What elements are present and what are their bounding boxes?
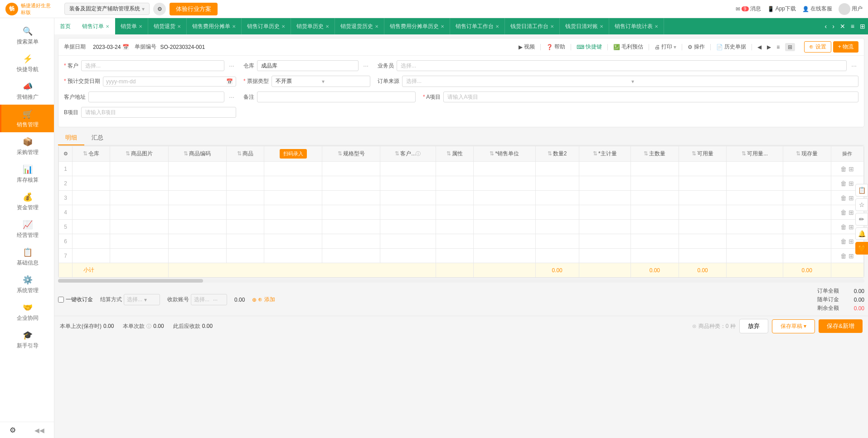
toolbar-print[interactable]: 🖨 打印 ▾ (655, 43, 676, 51)
row-copy-icon[interactable]: ⊞ (849, 209, 854, 216)
tab-close-icon[interactable]: ✕ (655, 24, 658, 29)
row-delete-icon[interactable]: 🗑 (840, 194, 847, 202)
row-delete-icon[interactable]: 🗑 (840, 209, 847, 216)
row-delete-icon[interactable]: 🗑 (840, 180, 847, 187)
discard-button[interactable]: 放弃 (739, 319, 768, 333)
tab-return[interactable]: 销货退货 ✕ (148, 18, 187, 34)
sidebar-item-marketing[interactable]: 📣 营销推广 (0, 77, 54, 105)
tab-close-icon[interactable]: ✕ (375, 24, 378, 29)
salesperson-dots[interactable]: ··· (849, 62, 858, 69)
tab-close-icon[interactable]: ✕ (600, 24, 603, 29)
a-project-input[interactable] (443, 91, 858, 102)
tab-order-history[interactable]: 销售订单历史 ✕ (242, 18, 291, 34)
b-project-input[interactable] (81, 107, 236, 118)
tab-menu-btn[interactable]: ≡ (848, 18, 857, 34)
debit-info-icon[interactable]: ⓘ (146, 323, 151, 330)
toolbar-help[interactable]: ❓ 帮助 (546, 43, 565, 51)
sidebar-item-newbie[interactable]: 🎓 新手引导 (0, 326, 54, 353)
salesperson-input[interactable] (397, 60, 847, 71)
delivery-date-text[interactable] (106, 78, 224, 85)
row-copy-icon[interactable]: ⊞ (849, 238, 854, 245)
row-delete-icon[interactable]: 🗑 (840, 223, 847, 231)
tab-prev-btn[interactable]: ‹ (822, 18, 829, 34)
tab-home[interactable]: 首页 (54, 18, 77, 34)
customer-input[interactable] (81, 60, 224, 71)
toolbar-profit[interactable]: 💹 毛利预估 (613, 43, 643, 51)
tab-sales-order[interactable]: 销售订单 ✕ (77, 18, 115, 34)
sidebar-item-operations[interactable]: 📈 经营管理 (0, 215, 54, 243)
delivery-date-input[interactable]: 📅 (103, 77, 236, 87)
toolbar-history[interactable]: 📄 历史单据 (716, 43, 746, 51)
app-download-btn[interactable]: 📱 App下载 (767, 5, 796, 13)
row-copy-icon[interactable]: ⊞ (849, 252, 854, 260)
calendar-icon[interactable]: 📅 (122, 44, 129, 50)
account-select[interactable]: 选择... ··· (191, 294, 227, 305)
tab-return-history[interactable]: 销货退货历史 ✕ (335, 18, 384, 34)
th-settings[interactable]: ⚙ (59, 146, 73, 162)
tab-close-icon[interactable]: ✕ (177, 24, 181, 29)
tab-close-icon[interactable]: ✕ (232, 24, 236, 29)
sidebar-item-sales[interactable]: 🛒 销售管理 (0, 105, 54, 132)
tab-close-icon[interactable]: ✕ (325, 24, 329, 29)
row-delete-icon[interactable]: 🗑 (840, 165, 847, 173)
rp-edit-btn[interactable]: ✏ (855, 213, 868, 226)
tab-expense-history[interactable]: 销售费用分摊单历史 ✕ (384, 18, 450, 34)
order-source-select[interactable]: 选择... ▾ (402, 76, 858, 87)
customer-dots[interactable]: ··· (227, 62, 236, 69)
table-scrollbar[interactable] (58, 279, 864, 283)
rp-bell-btn[interactable]: 🔔 (855, 227, 868, 240)
rp-orange-btn[interactable]: 🧡 (855, 242, 868, 255)
address-input[interactable] (88, 91, 224, 102)
tab-cash-reconcile[interactable]: 钱货日清对账 ✕ (560, 18, 609, 34)
tab-expand-btn[interactable]: ⊞ (857, 18, 868, 34)
sidebar-settings-icon[interactable]: ⚙ (10, 426, 16, 434)
sidebar-item-purchase[interactable]: 📦 采购管理 (0, 132, 54, 160)
toolbar-operation[interactable]: ⚙ 操作 (688, 43, 705, 51)
one-click-label[interactable]: 一键收订金 (58, 296, 93, 303)
account-dots[interactable]: ··· (213, 297, 218, 303)
tab-bill-history[interactable]: 销货单历史 ✕ (291, 18, 335, 34)
toolbar-prev[interactable]: ◀ (757, 44, 761, 50)
settlement-select[interactable]: 选择... ▾ (124, 294, 160, 305)
tab-order-stats[interactable]: 销售订单统计表 ✕ (609, 18, 664, 34)
online-support-btn[interactable]: 👤 在线客服 (802, 5, 832, 13)
tab-close-all-btn[interactable]: ✕ (837, 18, 848, 34)
goods-form-btn[interactable]: + 物流 (833, 41, 858, 53)
messages-btn[interactable]: ✉ 9 消息 (736, 5, 761, 13)
tab-next-btn[interactable]: › (829, 18, 837, 34)
sidebar-collapse-icon[interactable]: ◀◀ (34, 427, 44, 434)
row-copy-icon[interactable]: ⊞ (849, 165, 854, 173)
solution-button[interactable]: 体验行业方案 (170, 3, 218, 15)
user-btn[interactable]: 用户 (839, 3, 863, 15)
toolbar-fullscreen[interactable]: ⊞ (785, 43, 795, 51)
system-title[interactable]: 装备及固定资产辅助管理系统 ▾ (64, 3, 150, 15)
sidebar-item-inventory[interactable]: 📊 库存核算 (0, 160, 54, 188)
scan-btn[interactable]: 扫码录入 (280, 149, 307, 159)
toolbar-shortcut[interactable]: ⌨ 快捷键 (577, 43, 602, 51)
subtab-detail[interactable]: 明细 (58, 131, 84, 145)
tab-close-icon[interactable]: ✕ (139, 24, 142, 29)
settings-form-btn[interactable]: ⊕ 设置 (804, 41, 831, 53)
tab-close-icon[interactable]: ✕ (281, 24, 285, 29)
tab-cash-workbench[interactable]: 钱货日清工作台 ✕ (505, 18, 560, 34)
note-input[interactable] (257, 91, 416, 102)
row-copy-icon[interactable]: ⊞ (849, 223, 854, 231)
tab-close-icon[interactable]: ✕ (550, 24, 554, 29)
row-copy-icon[interactable]: ⊞ (849, 180, 854, 187)
sidebar-item-search[interactable]: 🔍 搜索菜单 (0, 22, 54, 49)
subtab-summary[interactable]: 汇总 (84, 131, 111, 145)
save-new-button[interactable]: 保存&新增 (819, 319, 863, 333)
settings-icon[interactable]: ⚙ (153, 3, 166, 15)
toolbar-video[interactable]: ▶ 视频 (519, 43, 535, 51)
tab-close-icon[interactable]: ✕ (106, 24, 109, 29)
save-draft-button[interactable]: 保存草稿 ▾ (772, 319, 815, 333)
toolbar-next[interactable]: ▶ (767, 44, 771, 50)
address-dots[interactable]: ··· (227, 93, 236, 101)
sidebar-item-finance[interactable]: 💰 资金管理 (0, 188, 54, 215)
row-delete-icon[interactable]: 🗑 (840, 238, 847, 245)
one-click-checkbox[interactable] (58, 297, 64, 303)
toolbar-list[interactable]: ≡ (776, 44, 780, 50)
sidebar-item-basic[interactable]: 📋 基础信息 (0, 243, 54, 270)
row-delete-icon[interactable]: 🗑 (840, 252, 847, 260)
rp-clipboard-btn[interactable]: 📋 (855, 184, 868, 197)
